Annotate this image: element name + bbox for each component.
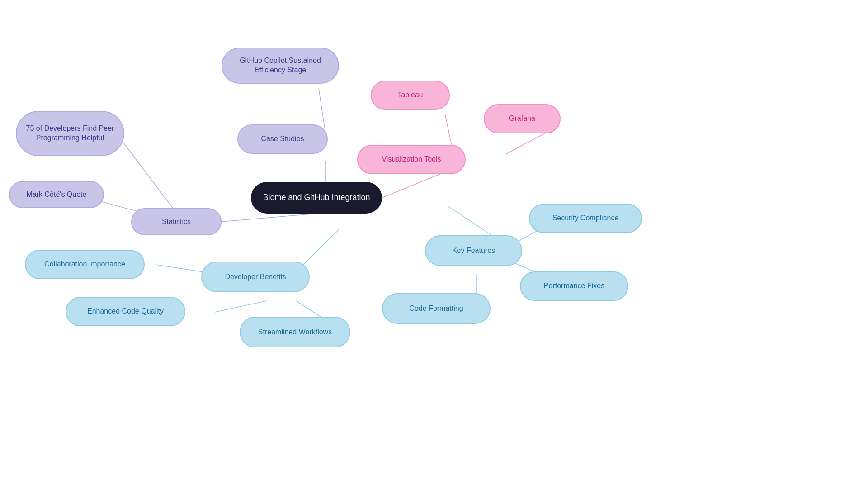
enhanced-code-node[interactable]: Enhanced Code Quality [66,297,185,326]
grafana-node[interactable]: Grafana [484,104,561,133]
svg-line-14 [215,301,267,312]
grafana-label: Grafana [505,114,539,124]
collab-importance-label: Collaboration Importance [41,260,129,269]
enhanced-code-label: Enhanced Code Quality [84,307,167,316]
statistics-label: Statistics [158,217,194,227]
streamlined-workflows-label: Streamlined Workflows [255,328,335,337]
security-compliance-label: Security Compliance [549,214,623,223]
center-node[interactable]: Biome and GitHub Integration [251,182,382,214]
key-features-label: Key Features [448,246,499,256]
github-copilot-node[interactable]: GitHub Copilot Sustained Efficiency Stag… [222,48,339,84]
case-studies-label: Case Studies [257,134,307,144]
mark-quote-node[interactable]: Mark Côté's Quote [9,181,104,208]
performance-fixes-label: Performance Fixes [540,281,608,291]
statistics-node[interactable]: Statistics [131,208,222,235]
mark-quote-label: Mark Côté's Quote [23,190,90,200]
collab-importance-node[interactable]: Collaboration Importance [25,250,145,279]
case-studies-node[interactable]: Case Studies [237,124,328,154]
performance-fixes-node[interactable]: Performance Fixes [520,271,628,301]
viz-tools-node[interactable]: Visualization Tools [357,145,466,174]
developer-benefits-label: Developer Benefits [221,272,289,282]
svg-line-1 [120,138,176,213]
tableau-node[interactable]: Tableau [371,81,450,110]
center-label: Biome and GitHub Integration [259,192,373,203]
tableau-label: Tableau [394,90,426,100]
streamlined-workflows-node[interactable]: Streamlined Workflows [240,317,350,347]
code-formatting-node[interactable]: Code Formatting [382,293,491,324]
security-compliance-node[interactable]: Security Compliance [529,204,642,233]
svg-line-0 [222,214,316,222]
github-copilot-label: GitHub Copilot Sustained Efficiency Stag… [222,56,338,75]
developers-stat-label: 75 of Developers Find Peer Programming H… [17,124,123,143]
code-formatting-label: Code Formatting [406,304,467,314]
developers-stat-node[interactable]: 75 of Developers Find Peer Programming H… [16,111,124,156]
viz-tools-label: Visualization Tools [378,155,444,164]
key-features-node[interactable]: Key Features [425,235,522,266]
developer-benefits-node[interactable]: Developer Benefits [201,262,310,292]
